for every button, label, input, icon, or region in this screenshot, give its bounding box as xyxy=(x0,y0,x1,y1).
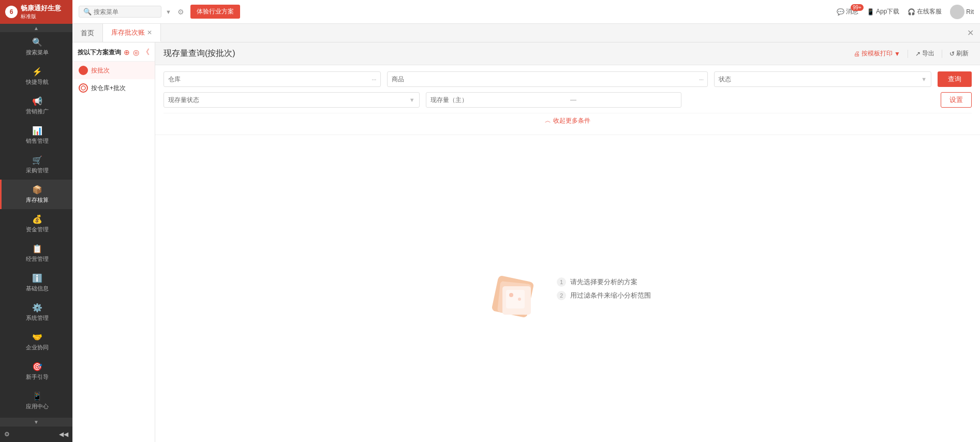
collapse-panel-icon[interactable]: 《 xyxy=(142,48,150,57)
inventory-status-dropdown-icon[interactable]: ▼ xyxy=(409,97,415,103)
page-header-actions: 🖨 按模板打印 ▼ ↗ 导出 ↺ 刷新 xyxy=(851,48,972,60)
basic-info-icon: ℹ️ xyxy=(32,273,42,283)
page-header: 现存量查询(按批次) 🖨 按模板打印 ▼ ↗ 导出 ↺ 刷 xyxy=(155,42,980,65)
left-panel: 按以下方案查询 ⊕ ◎ 《 按批次 按仓库+批次 xyxy=(72,42,155,442)
sidebar-item-guide[interactable]: 🎯 新手引导 xyxy=(0,357,72,386)
product-more-icon[interactable]: ··· xyxy=(699,75,704,83)
warehouse-input[interactable] xyxy=(183,76,369,83)
sidebar-item-finance[interactable]: 💰 资金管理 xyxy=(0,209,72,239)
search-box[interactable]: 🔍 xyxy=(79,6,161,18)
status-dropdown-icon[interactable]: ▼ xyxy=(921,76,927,82)
messages-badge: 99+ xyxy=(851,4,864,11)
sidebar-item-sales[interactable]: 📊 销售管理 xyxy=(0,121,72,150)
collapse-sidebar-button[interactable]: ◀◀ xyxy=(59,431,68,438)
print-button[interactable]: 🖨 按模板打印 ▼ xyxy=(851,48,903,60)
scheme-active-icon xyxy=(79,66,88,75)
product-filter[interactable]: 商品 ··· xyxy=(387,71,708,87)
sidebar-item-search[interactable]: 🔍 搜索菜单 xyxy=(0,32,72,62)
printer-icon: 🖨 xyxy=(854,50,860,57)
warehouse-filter[interactable]: 仓库 ··· xyxy=(164,71,381,87)
left-panel-actions: ⊕ ◎ 《 xyxy=(124,48,150,57)
user-profile[interactable]: Rit xyxy=(950,5,974,19)
purchase-icon: 🛒 xyxy=(32,155,42,165)
scheme-item-batch[interactable]: 按批次 xyxy=(72,62,155,79)
status-filter[interactable]: 状态 ▼ xyxy=(714,71,931,87)
tab-panel-right: ✕ xyxy=(967,28,980,38)
filter-row-1: 仓库 ··· 商品 ··· 状态 ▼ 查询 xyxy=(164,71,972,87)
empty-tips: 1 请先选择要分析的方案 2 用过滤条件来缩小分析范围 xyxy=(557,277,651,300)
page-title: 现存量查询(按批次) xyxy=(164,48,235,59)
operations-icon: 📋 xyxy=(32,244,42,254)
collapse-filters-button[interactable]: ︿ 收起更多条件 xyxy=(164,113,972,128)
query-button[interactable]: 查询 xyxy=(938,71,972,87)
sidebar-items-list: 🔍 搜索菜单 ⚡ 快捷导航 📢 营销推广 📊 销售管理 🛒 采购管理 📦 库存核… xyxy=(0,32,72,418)
filter-area: 仓库 ··· 商品 ··· 状态 ▼ 查询 xyxy=(155,65,980,135)
sidebar-scroll-up[interactable]: ▲ xyxy=(0,24,72,32)
online-service-button[interactable]: 🎧 在线客服 xyxy=(908,7,942,16)
avatar xyxy=(950,5,964,19)
refresh-icon: ↺ xyxy=(949,50,955,57)
divider2 xyxy=(942,50,942,58)
search-icon: 🔍 xyxy=(32,37,42,47)
sidebar-item-marketing[interactable]: 📢 营销推广 xyxy=(0,91,72,121)
service-icon: 🎧 xyxy=(908,8,915,16)
close-panel-button[interactable]: ✕ xyxy=(967,28,974,38)
tab-inventory-batch[interactable]: 库存批次账 ✕ xyxy=(103,24,161,42)
svg-rect-6 xyxy=(506,290,525,308)
empty-tip-2: 2 用过滤条件来缩小分析范围 xyxy=(557,291,651,300)
sidebar-item-app-center[interactable]: 📱 应用中心 xyxy=(0,386,72,416)
brand-logo: 6 xyxy=(5,6,18,18)
sidebar: 6 畅康通好生意 标准版 ▲ 🔍 搜索菜单 ⚡ 快捷导航 📢 营销推广 📊 销售… xyxy=(0,0,72,442)
inventory-status-filter[interactable]: 现存量状态 ▼ xyxy=(164,92,420,108)
topbar-right: 💬 消息 99+ 📱 App下载 🎧 在线客服 Rit xyxy=(837,5,974,19)
tab-close-icon[interactable]: ✕ xyxy=(147,29,152,36)
brand-text: 畅康通好生意 标准版 xyxy=(21,4,61,20)
tabbar: 首页 库存批次账 ✕ ✕ xyxy=(72,24,980,42)
sidebar-item-purchase[interactable]: 🛒 采购管理 xyxy=(0,150,72,180)
gear-icon[interactable]: ⚙ xyxy=(177,8,184,16)
svg-point-2 xyxy=(81,86,85,90)
sidebar-item-operations[interactable]: 📋 经营管理 xyxy=(0,239,72,268)
print-dropdown-icon[interactable]: ▼ xyxy=(894,50,900,57)
search-input[interactable] xyxy=(94,8,145,16)
sales-icon: 📊 xyxy=(32,126,42,136)
sidebar-item-basic-info[interactable]: ℹ️ 基础信息 xyxy=(0,268,72,298)
sidebar-header: 6 畅康通好生意 标准版 xyxy=(0,0,72,24)
sidebar-item-system[interactable]: ⚙️ 系统管理 xyxy=(0,298,72,327)
export-button[interactable]: ↗ 导出 xyxy=(912,48,938,60)
content-area: 按以下方案查询 ⊕ ◎ 《 按批次 按仓库+批次 xyxy=(72,42,980,442)
qty-from-input[interactable] xyxy=(470,96,568,104)
download-icon: 📱 xyxy=(867,8,874,16)
warehouse-more-icon[interactable]: ··· xyxy=(372,75,376,83)
tab-home[interactable]: 首页 xyxy=(72,24,103,42)
system-icon: ⚙️ xyxy=(32,303,42,313)
message-icon: 💬 xyxy=(837,8,844,16)
sidebar-scroll-down[interactable]: ▼ xyxy=(0,418,72,426)
sidebar-item-quick-nav[interactable]: ⚡ 快捷导航 xyxy=(0,62,72,91)
messages-button[interactable]: 💬 消息 99+ xyxy=(837,7,858,16)
right-panel: 现存量查询(按批次) 🖨 按模板打印 ▼ ↗ 导出 ↺ 刷 xyxy=(155,42,980,442)
app-center-icon: 📱 xyxy=(32,391,42,401)
empty-illustration xyxy=(484,263,536,315)
app-download-button[interactable]: 📱 App下载 xyxy=(867,7,899,16)
scheme-settings-icon[interactable]: ◎ xyxy=(133,48,139,56)
scheme-item-warehouse-batch[interactable]: 按仓库+批次 xyxy=(72,79,155,97)
svg-point-1 xyxy=(82,69,84,71)
collapse-icon: ︿ xyxy=(545,117,553,124)
sidebar-item-enterprise[interactable]: 🤝 企业协同 xyxy=(0,327,72,357)
refresh-button[interactable]: ↺ 刷新 xyxy=(946,48,972,60)
inventory-qty-filter[interactable]: 现存量（主） — xyxy=(426,92,682,108)
enterprise-icon: 🤝 xyxy=(32,332,42,342)
search-icon: 🔍 xyxy=(83,8,92,16)
dropdown-chevron-icon[interactable]: ▼ xyxy=(166,9,171,15)
svg-point-8 xyxy=(518,298,521,301)
quick-nav-icon: ⚡ xyxy=(32,67,42,77)
qty-to-input[interactable] xyxy=(578,96,677,104)
industry-solution-button[interactable]: 体验行业方案 xyxy=(190,5,240,19)
product-input[interactable] xyxy=(406,76,697,83)
settings-button[interactable]: ⚙ xyxy=(4,431,10,438)
settings-button[interactable]: 设置 xyxy=(941,92,972,108)
sidebar-footer: ⚙ ◀◀ xyxy=(0,426,72,442)
add-scheme-icon[interactable]: ⊕ xyxy=(124,48,130,56)
sidebar-item-inventory[interactable]: 📦 库存核算 xyxy=(0,180,72,209)
